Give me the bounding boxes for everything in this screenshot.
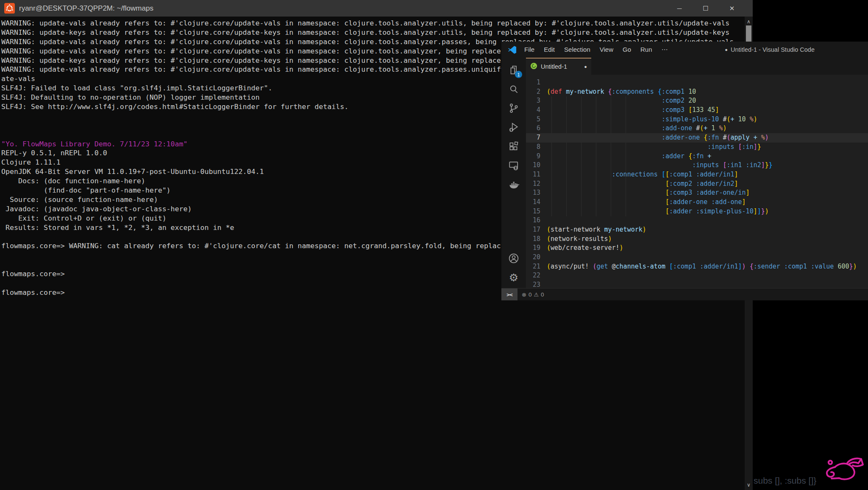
code-line[interactable]: 6 :add-one #(+ 1 %) bbox=[526, 124, 868, 133]
problems-indicator[interactable]: ⊗ 0 ⚠ 0 bbox=[522, 291, 544, 298]
search-icon[interactable] bbox=[507, 83, 520, 95]
code-text bbox=[540, 280, 547, 288]
code-text: [:adder-one :add-one] bbox=[540, 198, 746, 207]
code-line[interactable]: 23 bbox=[526, 280, 868, 288]
line-number: 8 bbox=[526, 143, 540, 152]
terminal-line: WARNING: update-vals already refers to: … bbox=[1, 19, 740, 28]
line-number: 6 bbox=[526, 124, 540, 133]
code-line[interactable]: 14 [:adder-one :add-one] bbox=[526, 198, 868, 207]
activity-bar: 1 bbox=[501, 58, 526, 288]
remote-indicator-icon[interactable]: >< bbox=[501, 288, 517, 300]
code-line[interactable]: 8 :inputs [:in]} bbox=[526, 143, 868, 152]
code-line[interactable]: 19(web/create-server!) bbox=[526, 244, 868, 253]
code-line[interactable]: 21(async/put! (get @channels-atom [:comp… bbox=[526, 262, 868, 272]
accounts-icon[interactable] bbox=[507, 252, 520, 265]
remote-explorer-icon[interactable] bbox=[507, 159, 520, 172]
unsaved-dot-icon: ● bbox=[725, 47, 728, 52]
menu-[interactable]: ⋯ bbox=[657, 46, 673, 53]
code-text: (def my-network {:components {:comp1 10 bbox=[540, 87, 696, 97]
code-line[interactable]: 18(network-results) bbox=[526, 235, 868, 244]
code-text: :adder-one {:fn #(apply + %) bbox=[540, 133, 769, 143]
code-line[interactable]: 12 [:comp2 :adder/in2] bbox=[526, 179, 868, 189]
source-control-icon[interactable] bbox=[507, 102, 520, 115]
line-number: 2 bbox=[526, 87, 540, 97]
code-line[interactable]: 22 bbox=[526, 271, 868, 280]
close-icon[interactable]: ✕ bbox=[719, 0, 745, 17]
code-text: [:adder :simple-plus-10]]}) bbox=[540, 207, 769, 216]
ubuntu-icon bbox=[4, 3, 15, 14]
code-line[interactable]: 16 bbox=[526, 216, 868, 225]
code-line[interactable]: 13 [:comp3 :adder-one/in] bbox=[526, 188, 868, 198]
scroll-down-icon[interactable]: ∨ bbox=[745, 482, 753, 488]
code-text: (async/put! (get @channels-atom [:comp1 … bbox=[540, 262, 857, 272]
vscode-window: FileEditSelectionViewGoRun⋯ ● Untitled-1… bbox=[501, 42, 868, 300]
line-number: 10 bbox=[526, 161, 540, 170]
line-number: 3 bbox=[526, 96, 540, 106]
menu-file[interactable]: File bbox=[520, 46, 539, 53]
code-editor[interactable]: 12(def my-network {:components {:comp1 1… bbox=[526, 75, 868, 288]
code-line[interactable]: 10 :inputs [:in1 :in2]}} bbox=[526, 161, 868, 170]
line-number: 12 bbox=[526, 179, 540, 189]
line-number: 15 bbox=[526, 207, 540, 216]
line-number: 22 bbox=[526, 271, 540, 280]
explorer-icon[interactable]: 1 bbox=[507, 64, 520, 76]
docker-icon[interactable] bbox=[507, 178, 520, 191]
code-text bbox=[540, 271, 547, 280]
modified-dot-icon: ● bbox=[584, 64, 587, 69]
window-title: ● Untitled-1 - Visual Studio Code bbox=[725, 46, 815, 53]
line-number: 4 bbox=[526, 106, 540, 115]
code-line[interactable]: 1 bbox=[526, 78, 868, 87]
line-number: 1 bbox=[526, 78, 540, 87]
extensions-icon[interactable] bbox=[507, 140, 520, 153]
line-number: 9 bbox=[526, 152, 540, 161]
warning-icon: ⚠ bbox=[534, 291, 539, 298]
tab-label: Untitled-1 bbox=[541, 63, 567, 70]
menu-selection[interactable]: Selection bbox=[559, 46, 595, 53]
rabbit-logo-icon bbox=[823, 456, 865, 487]
code-text: :add-one #(+ 1 %) bbox=[540, 124, 726, 133]
code-line[interactable]: 17(start-network my-network) bbox=[526, 225, 868, 235]
tab-untitled-1[interactable]: Untitled-1 ● bbox=[526, 58, 591, 75]
code-line[interactable]: 7 :adder-one {:fn #(apply + %) bbox=[526, 133, 868, 143]
status-bar: >< ⊗ 0 ⚠ 0 bbox=[501, 288, 868, 300]
code-line[interactable]: 3 :comp2 20 bbox=[526, 96, 868, 106]
code-line[interactable]: 2(def my-network {:components {:comp1 10 bbox=[526, 87, 868, 97]
error-icon: ⊗ bbox=[522, 291, 526, 298]
vscode-menubar: FileEditSelectionViewGoRun⋯ ● Untitled-1… bbox=[501, 42, 868, 58]
warning-count: 0 bbox=[541, 291, 544, 298]
scroll-up-icon[interactable]: ∧ bbox=[745, 19, 753, 25]
clojure-file-icon bbox=[530, 62, 537, 71]
code-text: [:comp3 :adder-one/in] bbox=[540, 188, 750, 198]
code-text: :inputs [:in]} bbox=[540, 143, 761, 152]
code-line[interactable]: 20 bbox=[526, 253, 868, 262]
line-number: 21 bbox=[526, 262, 540, 272]
code-text: :simple-plus-10 #(+ 10 %) bbox=[540, 115, 757, 124]
line-number: 13 bbox=[526, 188, 540, 198]
code-line[interactable]: 5 :simple-plus-10 #(+ 10 %) bbox=[526, 115, 868, 124]
code-line[interactable]: 4 :comp3 [133 45] bbox=[526, 106, 868, 115]
terminal-titlebar[interactable]: ryanr@DESKTOP-37QPP2M: ~/flowmaps ─ ☐ ✕ bbox=[0, 0, 753, 17]
menu-view[interactable]: View bbox=[595, 46, 618, 53]
minimize-icon[interactable]: ─ bbox=[666, 0, 693, 17]
vscode-logo-icon bbox=[507, 45, 517, 55]
terminal-title: ryanr@DESKTOP-37QPP2M: ~/flowmaps bbox=[19, 4, 153, 13]
line-number: 18 bbox=[526, 235, 540, 244]
line-number: 20 bbox=[526, 253, 540, 262]
line-number: 17 bbox=[526, 225, 540, 235]
run-debug-icon[interactable] bbox=[507, 121, 520, 134]
menu-go[interactable]: Go bbox=[618, 46, 636, 53]
menu-edit[interactable]: Edit bbox=[539, 46, 559, 53]
line-number: 5 bbox=[526, 115, 540, 124]
code-line[interactable]: 11 :connections [[:comp1 :adder/in1] bbox=[526, 170, 868, 179]
code-text: :connections [[:comp1 :adder/in1] bbox=[540, 170, 738, 179]
settings-gear-icon[interactable]: ⚙ bbox=[507, 271, 520, 284]
maximize-icon[interactable]: ☐ bbox=[693, 0, 719, 17]
menu-run[interactable]: Run bbox=[636, 46, 657, 53]
code-line[interactable]: 15 [:adder :simple-plus-10]]}) bbox=[526, 207, 868, 216]
code-line[interactable]: 9 :adder {:fn + bbox=[526, 152, 868, 161]
code-text: :adder {:fn + bbox=[540, 152, 711, 161]
line-number: 14 bbox=[526, 198, 540, 207]
code-text: :comp2 20 bbox=[540, 96, 696, 106]
code-text: [:comp2 :adder/in2] bbox=[540, 179, 738, 189]
code-text bbox=[540, 78, 547, 87]
